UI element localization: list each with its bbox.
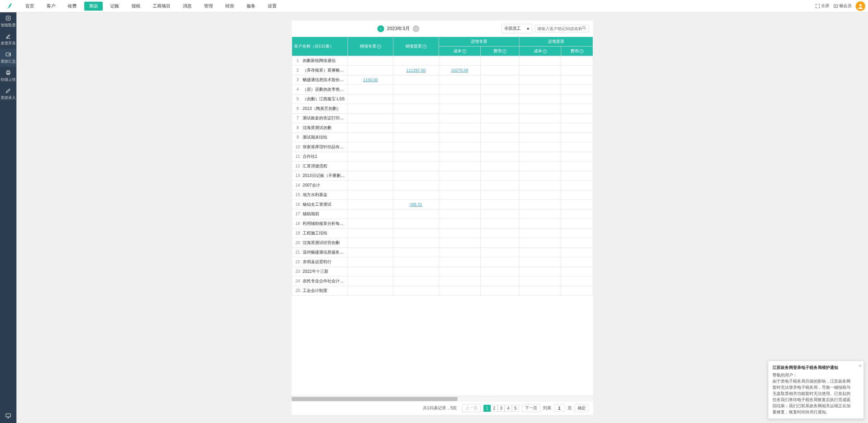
app-logo	[5, 1, 14, 11]
table-row[interactable]: 6 2013（陶美芳勿删）	[292, 104, 593, 114]
play-box-icon	[833, 4, 838, 9]
notification-toast: × 江苏政务网登录电子税务局维护通知 尊敬的用户： 由于类电子税务局升级的影响，…	[768, 361, 864, 419]
cell	[481, 190, 519, 200]
month-label: 2023年3月	[387, 26, 410, 32]
value-link[interactable]: 111267.60	[406, 68, 426, 73]
table-row[interactable]: 7 测试账套的凭证打印的时候…	[292, 114, 593, 123]
cell	[393, 181, 439, 190]
table-row[interactable]: 12 汇算清缴流程	[292, 162, 593, 171]
page-number[interactable]: 5	[512, 405, 519, 412]
nav-item-3[interactable]: 票据	[84, 2, 103, 11]
goto-confirm-button[interactable]: 确定	[575, 404, 589, 412]
page-number[interactable]: 3	[498, 405, 505, 412]
cell	[561, 219, 593, 229]
table-row[interactable]: 15 地方水利基金	[292, 190, 593, 200]
cell: 1130.00	[348, 75, 393, 85]
nav-item-1[interactable]: 客户	[42, 2, 60, 11]
nav-item-6[interactable]: 工商项目	[148, 2, 175, 11]
search-button[interactable]	[582, 26, 587, 31]
cell	[393, 152, 439, 162]
table-row[interactable]: 11 合作社1	[292, 152, 593, 162]
printer-icon	[5, 69, 11, 76]
table-row[interactable]: 18 利用辅助核算分析每种商…	[292, 219, 593, 229]
value-link[interactable]: 266.31	[410, 202, 422, 207]
cell	[348, 286, 393, 296]
monitor-icon	[5, 413, 11, 420]
th-sales-special: 销项专票?	[348, 37, 393, 56]
table-row[interactable]: 17 辅助期初	[292, 209, 593, 219]
table-row[interactable]: 8 沈海英测试勿删	[292, 123, 593, 133]
table-row[interactable]: 3 畅捷通信息技术股份有限公…1130.00	[292, 75, 593, 85]
cell	[561, 171, 593, 181]
sidebar-item-3[interactable]: 扫描上传	[0, 67, 16, 85]
nav-item-11[interactable]: 设置	[263, 2, 281, 11]
next-month-button[interactable]: ›	[413, 25, 419, 32]
help-icon[interactable]: ?	[543, 49, 547, 53]
cell	[439, 286, 481, 296]
help-icon[interactable]: ?	[579, 49, 583, 53]
table-row[interactable]: 22 东明县设置鞋行	[292, 257, 593, 267]
table-row[interactable]: 25 工会会计制度	[292, 286, 593, 296]
sidebar-item-4[interactable]: 票据录入	[0, 85, 16, 103]
member-button[interactable]: 畅会员	[833, 3, 852, 9]
table-row[interactable]: 16 杨仙女工资测试266.31	[292, 200, 593, 209]
cell-name: 1 勿删新锐网络通信	[292, 56, 348, 66]
table-row[interactable]: 21 温州畅捷通信息服务有限…	[292, 248, 593, 257]
sidebar-bottom-button[interactable]	[0, 410, 16, 423]
cell	[519, 171, 561, 181]
nav-item-0[interactable]: 首页	[21, 2, 39, 11]
search-input[interactable]	[537, 26, 582, 31]
pager-info: 共131条记录，5页	[423, 405, 457, 411]
nav-item-5[interactable]: 报税	[127, 2, 145, 11]
table-row[interactable]: 1 勿删新锐网络通信	[292, 56, 593, 66]
sidebar-item-2[interactable]: 票据汇总	[0, 49, 16, 67]
sidebar-item-label: 智能取票	[1, 23, 16, 28]
value-link[interactable]: 10275.09	[451, 68, 468, 73]
cell	[561, 229, 593, 238]
next-page-button[interactable]: 下一页	[522, 404, 540, 412]
table-row[interactable]: 13 2013日记账（不要删除哈…	[292, 171, 593, 181]
page-number[interactable]: 2	[491, 405, 498, 412]
nav-item-7[interactable]: 消息	[178, 2, 197, 11]
cell	[481, 114, 519, 123]
employee-select[interactable]: 全部员工 ▾	[501, 24, 532, 33]
table-row[interactable]: 24 农民专业合作社会计制度	[292, 277, 593, 286]
table-row[interactable]: 4 （原）误删勿改李艳芬测试账…	[292, 85, 593, 94]
cell-name: 19 工程施工结转	[292, 229, 348, 238]
cell	[439, 209, 481, 219]
table-row[interactable]: 23 2022年十三薪	[292, 267, 593, 277]
sidebar-item-1[interactable]: 发票开具	[0, 30, 16, 49]
prev-page-button[interactable]: 上一页	[462, 404, 481, 412]
avatar[interactable]	[856, 1, 865, 11]
help-icon[interactable]: ?	[462, 49, 466, 53]
nav-item-9[interactable]: 经营	[221, 2, 239, 11]
table-row[interactable]: 9 测试期末结转	[292, 133, 593, 142]
table-row[interactable]: 2 （库存核算）直播畅捷通信…111267.6010275.09	[292, 66, 593, 75]
nav-item-8[interactable]: 管理	[199, 2, 218, 11]
sidebar-item-0[interactable]: 智能取票	[0, 12, 16, 30]
table-row[interactable]: 10 张家港厚谊针织品有限公…	[292, 142, 593, 152]
cell-name: 16 杨仙女工资测试	[292, 200, 348, 209]
th-ps-cost: 成本?	[439, 47, 481, 56]
close-icon[interactable]: ×	[859, 362, 861, 370]
horizontal-scrollbar[interactable]	[292, 396, 593, 401]
fullscreen-button[interactable]: 全屏	[815, 3, 829, 9]
nav-item-10[interactable]: 服务	[242, 2, 260, 11]
cell-name: 12 汇算清缴流程	[292, 162, 348, 171]
page-number[interactable]: 4	[505, 405, 512, 412]
table-row[interactable]: 20 沈海英测试经营勿删	[292, 238, 593, 248]
nav-item-4[interactable]: 记账	[105, 2, 124, 11]
prev-month-button[interactable]: ‹	[377, 25, 384, 32]
table-row[interactable]: 5 （勿删）江西服宝-LSS	[292, 94, 593, 104]
nav-item-2[interactable]: 收费	[63, 2, 81, 11]
help-icon[interactable]: ?	[502, 49, 506, 53]
table-row[interactable]: 19 工程施工结转	[292, 229, 593, 238]
value-link[interactable]: 1130.00	[363, 78, 378, 82]
sidebar-item-label: 发票开具	[1, 41, 16, 46]
help-icon[interactable]: ?	[423, 44, 427, 49]
table-row[interactable]: 14 2007会计	[292, 181, 593, 190]
goto-input[interactable]	[554, 405, 565, 412]
page-number[interactable]: 1	[483, 405, 491, 412]
help-icon[interactable]: ?	[377, 44, 381, 49]
scrollbar-thumb[interactable]	[292, 397, 457, 401]
